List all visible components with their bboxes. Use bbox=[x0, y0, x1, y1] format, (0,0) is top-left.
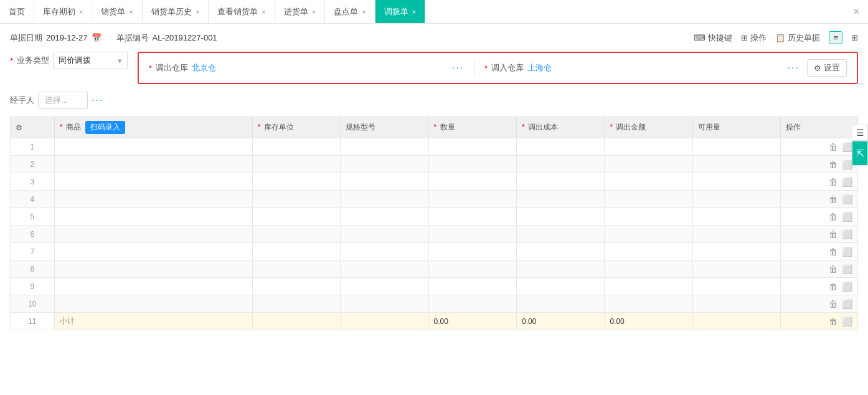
row-qty-7[interactable] bbox=[428, 243, 516, 260]
row-amount-8[interactable] bbox=[605, 260, 692, 278]
copy-icon-9[interactable]: ⬜ bbox=[842, 282, 852, 292]
row-amount-6[interactable] bbox=[605, 226, 692, 243]
calendar-icon[interactable]: 📅 bbox=[92, 33, 101, 42]
copy-icon-7[interactable]: ⬜ bbox=[842, 247, 852, 257]
side-expand-button[interactable]: ⇱ bbox=[852, 141, 868, 166]
row-cost-10[interactable] bbox=[517, 295, 605, 313]
row-cost-9[interactable] bbox=[517, 278, 605, 295]
row-amount-5[interactable] bbox=[605, 208, 692, 226]
row-qty-9[interactable] bbox=[428, 278, 516, 295]
row-spec-10[interactable] bbox=[341, 295, 428, 313]
row-product-5[interactable] bbox=[54, 208, 252, 226]
tab-purchase[interactable]: 进货单 × bbox=[275, 0, 325, 23]
delete-icon-11[interactable]: 🗑 bbox=[829, 316, 837, 326]
handler-more-button[interactable]: ··· bbox=[92, 95, 103, 106]
copy-icon-8[interactable]: ⬜ bbox=[842, 264, 852, 274]
tab-close-sales-history[interactable]: × bbox=[196, 8, 199, 16]
row-spec-4[interactable] bbox=[341, 191, 428, 208]
row-unit-5[interactable] bbox=[252, 208, 340, 226]
shortcut-button[interactable]: ⌨ 快捷键 bbox=[694, 32, 732, 44]
delete-icon-9[interactable]: 🗑 bbox=[829, 282, 837, 292]
delete-icon-3[interactable]: 🗑 bbox=[829, 177, 837, 187]
row-product-3[interactable] bbox=[54, 173, 252, 191]
row-qty-8[interactable] bbox=[428, 260, 516, 278]
copy-icon-1[interactable]: ⬜ bbox=[842, 142, 852, 152]
row-unit-7[interactable] bbox=[252, 243, 340, 260]
scan-button[interactable]: 扫码录入 bbox=[85, 121, 125, 134]
delete-icon-8[interactable]: 🗑 bbox=[829, 264, 837, 274]
row-qty-1[interactable] bbox=[428, 138, 516, 156]
row-amount-10[interactable] bbox=[605, 295, 692, 313]
row-qty-3[interactable] bbox=[428, 173, 516, 191]
tab-bar-close-button[interactable]: × bbox=[845, 6, 868, 17]
history-button[interactable]: 📋 历史单据 bbox=[775, 32, 820, 44]
row-spec-9[interactable] bbox=[341, 278, 428, 295]
row-product-10[interactable] bbox=[54, 295, 252, 313]
tab-inventory-init[interactable]: 库存期初 × bbox=[34, 0, 92, 23]
row-product-6[interactable] bbox=[54, 226, 252, 243]
row-cost-1[interactable] bbox=[517, 138, 605, 156]
row-qty-2[interactable] bbox=[428, 156, 516, 173]
copy-icon-3[interactable]: ⬜ bbox=[842, 177, 852, 187]
row-amount-1[interactable] bbox=[605, 138, 692, 156]
row-unit-1[interactable] bbox=[252, 138, 340, 156]
delete-icon-10[interactable]: 🗑 bbox=[829, 299, 837, 309]
warehouse-out-more-button[interactable]: ··· bbox=[452, 62, 464, 74]
copy-icon-5[interactable]: ⬜ bbox=[842, 212, 852, 222]
tab-close-inventory[interactable]: × bbox=[362, 8, 366, 16]
layout1-button[interactable]: ≡ bbox=[829, 31, 842, 44]
row-amount-4[interactable] bbox=[605, 191, 692, 208]
row-amount-3[interactable] bbox=[605, 173, 692, 191]
delete-icon-2[interactable]: 🗑 bbox=[829, 159, 837, 169]
row-cost-2[interactable] bbox=[517, 156, 605, 173]
tab-close-inventory-init[interactable]: × bbox=[79, 8, 83, 16]
row-qty-6[interactable] bbox=[428, 226, 516, 243]
delete-icon-6[interactable]: 🗑 bbox=[829, 229, 837, 239]
row-product-9[interactable] bbox=[54, 278, 252, 295]
row-product-4[interactable] bbox=[54, 191, 252, 208]
settings-button[interactable]: ⚙ 设置 bbox=[807, 59, 847, 77]
row-unit-9[interactable] bbox=[252, 278, 340, 295]
row-spec-2[interactable] bbox=[341, 156, 428, 173]
row-spec-1[interactable] bbox=[341, 138, 428, 156]
row-spec-3[interactable] bbox=[341, 173, 428, 191]
row-qty-4[interactable] bbox=[428, 191, 516, 208]
tab-close-purchase[interactable]: × bbox=[312, 8, 316, 16]
col-gear-header[interactable]: ⚙ bbox=[11, 117, 55, 138]
row-unit-2[interactable] bbox=[252, 156, 340, 173]
row-spec-6[interactable] bbox=[341, 226, 428, 243]
row-product-1[interactable] bbox=[54, 138, 252, 156]
row-unit-6[interactable] bbox=[252, 226, 340, 243]
warehouse-in-more-button[interactable]: ··· bbox=[788, 62, 800, 74]
side-list-button[interactable]: ☰ bbox=[852, 125, 868, 141]
row-unit-4[interactable] bbox=[252, 191, 340, 208]
delete-icon-1[interactable]: 🗑 bbox=[829, 142, 837, 152]
row-product-2[interactable] bbox=[54, 156, 252, 173]
row-cost-5[interactable] bbox=[517, 208, 605, 226]
delete-icon-4[interactable]: 🗑 bbox=[829, 194, 837, 204]
tab-close-view-sales[interactable]: × bbox=[262, 8, 265, 16]
row-amount-7[interactable] bbox=[605, 243, 692, 260]
tab-close-transfer[interactable]: × bbox=[412, 8, 416, 16]
row-product-8[interactable] bbox=[54, 260, 252, 278]
row-qty-5[interactable] bbox=[428, 208, 516, 226]
row-cost-3[interactable] bbox=[517, 173, 605, 191]
row-unit-3[interactable] bbox=[252, 173, 340, 191]
tab-sales-order[interactable]: 销货单 × bbox=[92, 0, 142, 23]
copy-icon-10[interactable]: ⬜ bbox=[842, 299, 852, 309]
tab-sales-history[interactable]: 销货单历史 × bbox=[143, 0, 209, 23]
row-unit-10[interactable] bbox=[252, 295, 340, 313]
operation-button[interactable]: ⊞ 操作 bbox=[741, 32, 767, 44]
row-spec-5[interactable] bbox=[341, 208, 428, 226]
row-unit-8[interactable] bbox=[252, 260, 340, 278]
tab-view-sales[interactable]: 查看销货单 × bbox=[209, 0, 275, 23]
delete-icon-5[interactable]: 🗑 bbox=[829, 212, 837, 222]
tab-close-sales-order[interactable]: × bbox=[129, 8, 133, 16]
copy-icon-6[interactable]: ⬜ bbox=[842, 229, 852, 239]
copy-icon-2[interactable]: ⬜ bbox=[842, 159, 852, 169]
biz-type-select[interactable]: 同价调拨 ▾ bbox=[53, 52, 128, 69]
layout2-button[interactable]: ⊞ bbox=[851, 33, 858, 42]
handler-select[interactable]: 选择... bbox=[38, 92, 88, 109]
delete-icon-7[interactable]: 🗑 bbox=[829, 247, 837, 257]
copy-icon-11[interactable]: ⬜ bbox=[842, 316, 852, 326]
